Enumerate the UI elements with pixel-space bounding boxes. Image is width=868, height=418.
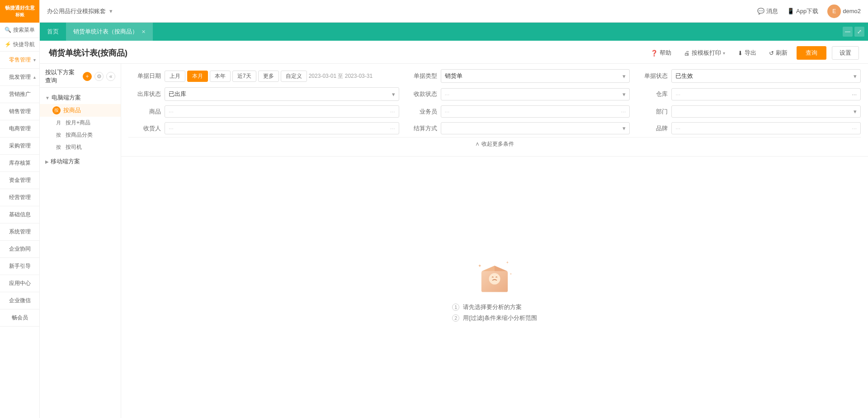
- sidebar-item-finance[interactable]: 资金管理: [0, 172, 39, 189]
- tree-node-by-driver[interactable]: 按 按司机: [40, 141, 121, 153]
- message-icon: 💬: [757, 8, 764, 14]
- tree-body: ▼ 电脑端方案 按 按商品 月 按月+商品: [40, 88, 121, 418]
- date-7days-btn[interactable]: 近7天: [232, 71, 256, 82]
- goods-dots-icon: ···: [390, 108, 395, 115]
- date-more-btn[interactable]: 更多: [258, 71, 279, 82]
- brand-dots-icon: ···: [852, 125, 857, 132]
- goods-select[interactable]: ··· ···: [165, 105, 399, 118]
- split-layout: 按以下方案查询 + ⚙ « ▼ 电脑端方案: [40, 64, 868, 418]
- svg-point-3: [489, 273, 500, 285]
- date-custom-btn[interactable]: 自定义: [281, 71, 307, 82]
- chevron-down-icon: ▼: [33, 58, 37, 62]
- tree-node-by-category[interactable]: 按 按商品分类: [40, 129, 121, 141]
- tree-node-by-month-goods[interactable]: 月 按月+商品: [40, 117, 121, 129]
- sidebar-item-sales[interactable]: 销售管理: [0, 103, 39, 120]
- sidebar-item-inventory[interactable]: 库存核算: [0, 155, 39, 172]
- date-this-month-btn[interactable]: 本月: [187, 71, 208, 82]
- user-avatar-area[interactable]: E demo2: [827, 5, 861, 18]
- page-header-actions: ❓ 帮助 🖨 按模板打印 ▾ ⬇ 导出 ↺ 刷新: [647, 46, 859, 60]
- page-body: 销货单统计表(按商品) ❓ 帮助 🖨 按模板打印 ▾ ⬇ 导出: [40, 41, 868, 418]
- sidebar-item-appcenter[interactable]: 应用中心: [0, 275, 39, 292]
- search-menu-item[interactable]: 🔍 搜索菜单: [0, 23, 39, 38]
- messages-btn[interactable]: 💬 消息: [757, 7, 778, 15]
- receiver-label: 收货人: [128, 124, 165, 133]
- help-btn[interactable]: ❓ 帮助: [647, 47, 675, 59]
- doc-status-label: 单据状态: [635, 72, 671, 80]
- sidebar-item-wholesale[interactable]: 批发管理 ▲: [0, 69, 39, 86]
- topbar-left: 办公用品行业模拟账套 ▾: [47, 7, 113, 15]
- query-button[interactable]: 查询: [797, 46, 826, 60]
- sidebar-item-retail[interactable]: 零售管理 ▼: [0, 52, 39, 69]
- avatar: E: [827, 5, 841, 18]
- app-download-btn[interactable]: 📱 App下载: [787, 7, 818, 15]
- refresh-btn[interactable]: ↺ 刷新: [765, 47, 791, 59]
- dropdown-icon[interactable]: ▾: [109, 8, 113, 14]
- tree-group-mobile-header[interactable]: ▶ 移动端方案: [40, 155, 121, 168]
- app-logo: 畅捷通好生意 标账: [0, 0, 39, 23]
- receiver-select[interactable]: ··· ···: [165, 122, 399, 134]
- sidebar-item-system[interactable]: 系统管理: [0, 223, 39, 241]
- date-label: 单据日期: [128, 72, 165, 80]
- out-status-label: 出库状态: [128, 90, 165, 98]
- page-header: 销货单统计表(按商品) ❓ 帮助 🖨 按模板打印 ▾ ⬇ 导出: [40, 41, 868, 64]
- quick-nav-item[interactable]: ⚡ 快捷导航: [0, 38, 39, 52]
- tab-minimize-btn[interactable]: —: [843, 27, 853, 37]
- collect-status-select[interactable]: ··· ▾: [441, 88, 630, 100]
- sidebar-item-member[interactable]: 畅会员: [0, 309, 39, 327]
- dept-select[interactable]: ▾: [671, 105, 861, 118]
- receiver-dots-icon: ···: [390, 125, 395, 132]
- doc-type-label: 单据类型: [405, 72, 441, 80]
- export-btn[interactable]: ⬇ 导出: [734, 47, 760, 59]
- topbar-right: 💬 消息 📱 App下载 E demo2: [757, 5, 861, 18]
- date-last-month-btn[interactable]: 上月: [165, 71, 185, 82]
- sidebar-item-basic[interactable]: 基础信息: [0, 206, 39, 223]
- sidebar-item-cooperation[interactable]: 企业协同: [0, 241, 39, 258]
- tree-add-btn[interactable]: +: [83, 72, 92, 81]
- node-icon-goods: 按: [52, 106, 61, 114]
- sidebar-item-purchase[interactable]: 采购管理: [0, 138, 39, 155]
- warehouse-label: 仓库: [635, 90, 671, 98]
- tabbar-controls: — ⤢: [843, 27, 868, 37]
- sidebar-item-ecommerce[interactable]: 电商管理: [0, 120, 39, 138]
- goods-label: 商品: [128, 108, 165, 116]
- tab-close-icon[interactable]: ✕: [142, 29, 146, 35]
- doc-status-select[interactable]: 已生效 ▾: [671, 69, 861, 83]
- brand-select[interactable]: ··· ···: [671, 122, 861, 134]
- tree-group-desktop-header[interactable]: ▼ 电脑端方案: [40, 91, 121, 104]
- tree-collapse-btn[interactable]: «: [106, 72, 115, 81]
- chevron-up-icon: ▲: [33, 75, 37, 80]
- date-this-year-btn[interactable]: 本年: [210, 71, 231, 82]
- content-area: 销货单统计表(按商品) ❓ 帮助 🖨 按模板打印 ▾ ⬇ 导出: [40, 41, 868, 418]
- export-icon: ⬇: [738, 50, 743, 57]
- warehouse-select[interactable]: ··· ···: [671, 88, 861, 100]
- tree-settings-btn[interactable]: ⚙: [94, 72, 104, 81]
- tab-maximize-btn[interactable]: ⤢: [854, 27, 864, 37]
- tree-group-desktop: ▼ 电脑端方案 按 按商品 月 按月+商品: [40, 91, 121, 153]
- payment-select[interactable]: ▾: [441, 122, 630, 134]
- tree-group-mobile: ▶ 移动端方案: [40, 155, 121, 168]
- collapse-bar[interactable]: ∧ 收起更多条件: [128, 137, 861, 151]
- help-icon: ❓: [651, 50, 658, 57]
- salesman-dots-icon: ···: [621, 108, 626, 115]
- sub-icon-cat: 按: [56, 132, 61, 138]
- logo-text: 畅捷通好生意: [5, 5, 35, 11]
- settings-button[interactable]: 设置: [832, 46, 859, 60]
- brand-label: 品牌: [635, 124, 671, 133]
- sidebar-item-wechat[interactable]: 企业微信: [0, 292, 39, 309]
- sidebar-item-newbie[interactable]: 新手引导: [0, 258, 39, 275]
- tree-panel-header: 按以下方案查询 + ⚙ «: [40, 64, 121, 88]
- tab-home[interactable]: 首页: [40, 23, 66, 41]
- main-container: 办公用品行业模拟账套 ▾ 💬 消息 📱 App下载 E demo2 首页: [40, 0, 868, 418]
- tree-expand-icon: ▼: [45, 95, 50, 100]
- tab-current[interactable]: 销货单统计表（按商品） ✕: [66, 23, 153, 41]
- empty-tip-1: 1 请先选择要分析的方案: [452, 303, 537, 311]
- print-btn[interactable]: 🖨 按模板打印 ▾: [680, 47, 729, 59]
- sidebar-item-operations[interactable]: 经营管理: [0, 189, 39, 206]
- sidebar-item-marketing[interactable]: 营销推广: [0, 86, 39, 103]
- tree-node-by-goods[interactable]: 按 按商品: [40, 104, 121, 117]
- salesman-select[interactable]: ··· ···: [441, 105, 630, 118]
- doc-type-select[interactable]: 销货单 ▾: [441, 69, 630, 83]
- salesman-label: 业务员: [405, 108, 441, 116]
- filter-area: 单据日期 上月 本月 本年 近7天 更多 自定义 2023-03-01 至 20…: [121, 64, 868, 157]
- out-status-select[interactable]: 已出库 ▾: [165, 87, 399, 101]
